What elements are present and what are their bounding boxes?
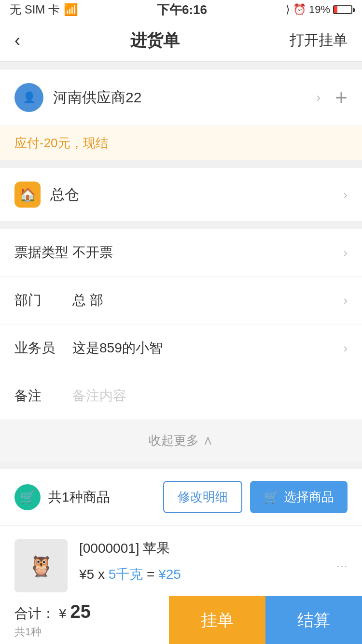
supplier-section: 👤 河南供应商22 › + 应付-20元，现结 [0,70,362,160]
total-sub: 共1种 [14,625,154,639]
select-product-button[interactable]: 🛒 选择商品 [250,481,348,513]
department-chevron-icon: › [343,293,348,308]
warehouse-left: 🏠 总仓 [14,182,79,208]
warehouse-section[interactable]: 🏠 总仓 › [0,168,362,221]
edit-detail-button[interactable]: 修改明细 [163,481,242,513]
warehouse-name: 总仓 [50,185,79,205]
department-value: 总 部 [72,291,338,309]
collapse-row[interactable]: 收起更多 ∧ [0,420,362,462]
supplier-chevron-icon: › [316,90,320,105]
wifi-icon: 📶 [64,3,78,16]
alarm-icon: ⏰ [293,3,306,16]
select-product-label: 选择商品 [284,489,334,505]
supplier-left: 👤 河南供应商22 [14,83,316,112]
home-icon: 🏠 [19,187,36,203]
warehouse-chevron-icon: › [343,187,348,202]
total-label: 合计： [14,604,55,623]
product-count-text: 共1种商品 [48,488,110,506]
location-icon: ⟩ [286,3,290,16]
form-section: 票据类型 不开票 › 部门 总 部 › 业务员 这是859的小智 › 备注 备注… [0,229,362,420]
total-main: 合计： ¥ 25 [14,602,154,623]
supplier-avatar: 👤 [14,83,43,112]
status-left: 无 SIM 卡 📶 [10,2,78,17]
product-count-left: 🛒 共1种商品 [14,484,110,510]
add-supplier-button[interactable]: + [335,85,348,110]
remark-label: 备注 [14,387,72,405]
cart-icon-wrap: 🛒 [14,484,41,510]
status-bar: 无 SIM 卡 📶 下午6:16 ⟩ ⏰ 19% [0,0,362,19]
page-title: 进货单 [130,29,180,52]
salesperson-value: 这是859的小智 [72,339,338,357]
price-unit: ¥5 [79,567,94,582]
product-code: [0000001] [79,541,139,556]
invoice-type-row[interactable]: 票据类型 不开票 › [0,229,362,277]
cart-icon: 🛒 [20,490,35,504]
salesperson-row[interactable]: 业务员 这是859的小智 › [0,324,362,372]
department-row[interactable]: 部门 总 部 › [0,277,362,324]
carrier-text: 无 SIM 卡 [10,2,60,17]
supplier-row[interactable]: 👤 河南供应商22 › + [0,70,362,126]
info-banner: 应付-20元，现结 [0,126,362,160]
product-item: 🦉 [0000001] 苹果 ¥5 x 5千克 = ¥25 ··· [0,526,362,606]
nav-bar: ‹ 进货单 打开挂单 [0,19,362,62]
invoice-type-chevron-icon: › [343,245,348,260]
product-info: [0000001] 苹果 ¥5 x 5千克 = ¥25 [79,539,325,584]
select-product-icon: 🛒 [264,490,279,504]
bottom-bar: 合计： ¥ 25 共1种 挂单 结算 [0,596,362,644]
department-label: 部门 [14,291,72,309]
checkout-button[interactable]: 结算 [265,596,362,644]
supplier-name: 河南供应商22 [53,88,141,108]
invoice-type-label: 票据类型 [14,243,72,262]
product-header: 🛒 共1种商品 修改明细 🛒 选择商品 [0,469,362,525]
product-placeholder-icon: 🦉 [28,554,54,578]
product-quantity: 5千克 [109,567,143,582]
hang-button[interactable]: 挂单 [169,596,265,644]
open-hang-button[interactable]: 打开挂单 [290,30,348,50]
remark-input[interactable]: 备注内容 [72,387,348,405]
invoice-type-value: 不开票 [72,243,338,262]
product-total: ¥25 [158,567,181,582]
multiply-symbol: x [98,567,109,582]
product-buttons: 修改明细 🛒 选择商品 [163,481,348,513]
status-time: 下午6:16 [157,1,207,18]
battery-icon [333,5,352,14]
avatar-icon: 👤 [23,91,36,104]
currency-symbol: ¥ [59,606,67,621]
total-amount: 25 [70,602,91,622]
product-name: [0000001] 苹果 [79,539,325,558]
product-price: ¥5 x 5千克 = ¥25 [79,565,325,584]
product-more-button[interactable]: ··· [336,558,348,574]
battery-percent: 19% [309,3,330,16]
back-button[interactable]: ‹ [14,30,20,51]
bottom-total: 合计： ¥ 25 共1种 [0,596,169,644]
warehouse-icon: 🏠 [14,182,41,208]
status-right: ⟩ ⏰ 19% [286,3,352,16]
product-title: 苹果 [143,541,170,556]
equals-symbol: = [147,567,158,582]
remark-row[interactable]: 备注 备注内容 [0,372,362,420]
salesperson-chevron-icon: › [343,341,348,356]
salesperson-label: 业务员 [14,339,72,357]
product-thumbnail: 🦉 [14,539,68,592]
